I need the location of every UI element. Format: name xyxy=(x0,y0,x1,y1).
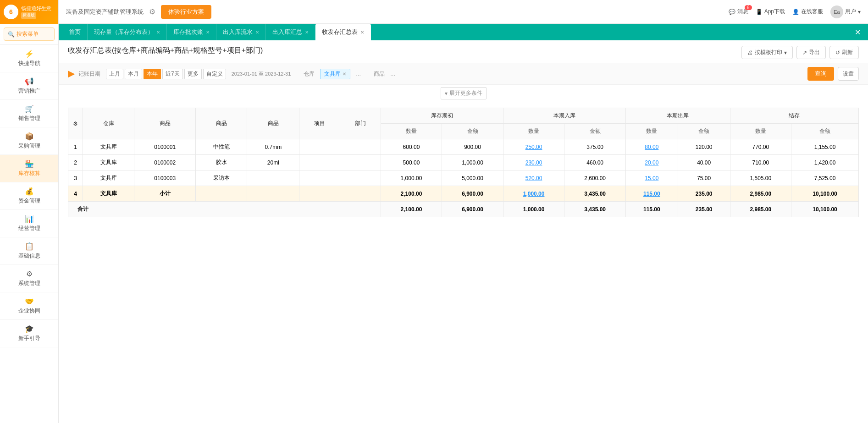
row1-in-qty[interactable]: 250.00 xyxy=(503,139,564,155)
sidebar-item-marketing[interactable]: 📢 营销推广 xyxy=(0,72,58,100)
sidebar: 6 畅捷通好生意 标准版 🔍 搜索菜单 ⚡ 快捷导航 📢 营销推广 🛒 销售管理… xyxy=(0,0,59,423)
warehouse-label: 仓库 xyxy=(304,70,315,78)
col-header-stock-begin: 库存期初 xyxy=(381,108,503,124)
subtotal-label: 小计 xyxy=(134,186,196,202)
settings-icon[interactable]: ⚙ xyxy=(149,7,155,16)
sidebar-item-guide[interactable]: 🎓 新手引导 xyxy=(0,320,58,347)
row2-out-qty[interactable]: 20.00 xyxy=(625,155,678,170)
purchase-icon: 📦 xyxy=(25,132,34,141)
row1-bal-amt: 1,155.00 xyxy=(791,139,859,155)
app-download-button[interactable]: 📱 App下载 xyxy=(756,8,785,16)
total-begin-amt: 6,900.00 xyxy=(442,202,503,217)
refresh-button[interactable]: ↺ 刷新 xyxy=(829,46,859,59)
sidebar-item-finance[interactable]: 💰 资金管理 xyxy=(0,182,58,210)
goods-label: 商品 xyxy=(374,70,385,78)
search-menu-button[interactable]: 🔍 搜索菜单 xyxy=(4,27,55,41)
row2-begin-amt: 1,000.00 xyxy=(442,155,503,170)
sidebar-search-area: 🔍 搜索菜单 xyxy=(0,24,58,45)
goods-filter-dots[interactable]: ... xyxy=(390,71,395,77)
row1-out-qty[interactable]: 80.00 xyxy=(625,139,678,155)
window-close-button[interactable]: ✕ xyxy=(851,28,864,37)
sidebar-item-quick-nav[interactable]: ⚡ 快捷导航 xyxy=(0,45,58,72)
col-header-name: 商品 xyxy=(195,108,247,139)
row2-dept xyxy=(340,155,381,170)
filter-arrow-icon[interactable]: ▶ xyxy=(68,68,75,79)
export-button[interactable]: ↗ 导出 xyxy=(796,46,826,59)
row2-spec: 20ml xyxy=(247,155,299,170)
tab-close-flow[interactable]: ✕ xyxy=(255,30,259,35)
try-industry-button[interactable]: 体验行业方案 xyxy=(161,5,211,19)
sidebar-item-inventory[interactable]: 🏪 库存核算 xyxy=(0,155,58,182)
tab-batch[interactable]: 库存批次账 ✕ xyxy=(167,24,216,40)
basic-icon: 📋 xyxy=(25,242,34,251)
row3-out-amt: 75.00 xyxy=(678,170,730,186)
col-bal-qty: 数量 xyxy=(730,124,791,139)
row1-warehouse: 文具库 xyxy=(83,139,134,155)
row2-begin-qty: 500.00 xyxy=(381,155,442,170)
date-btn-this-year[interactable]: 本年 xyxy=(144,69,161,79)
tab-close-batch[interactable]: ✕ xyxy=(206,30,210,35)
query-actions: 查询 设置 xyxy=(807,67,859,81)
expand-btn[interactable]: ▾ 展开更多条件 xyxy=(441,87,487,99)
tab-stock-dist[interactable]: 现存量（库存分布表） ✕ xyxy=(88,24,167,40)
col-header-spec: 商品 xyxy=(247,108,299,139)
print-icon: 🖨 xyxy=(747,49,753,56)
date-btn-more[interactable]: 更多 xyxy=(184,69,202,79)
col-out-amt: 金额 xyxy=(678,124,730,139)
col-bal-amt: 金额 xyxy=(791,124,859,139)
search-icon: 🔍 xyxy=(8,31,15,38)
col-in-qty: 数量 xyxy=(503,124,564,139)
sidebar-item-purchase[interactable]: 📦 采购管理 xyxy=(0,127,58,155)
sidebar-item-operations[interactable]: 📊 经营管理 xyxy=(0,210,58,237)
row1-name: 中性笔 xyxy=(195,139,247,155)
tab-home[interactable]: 首页 xyxy=(62,24,88,40)
row2-in-qty[interactable]: 230.00 xyxy=(503,155,564,170)
date-btn-custom[interactable]: 自定义 xyxy=(203,69,226,79)
row2-bal-qty: 710.00 xyxy=(730,155,791,170)
topbar-right: 💬 消息 6 📱 App下载 👤 在线客服 Ea 用户 ▾ xyxy=(729,5,861,18)
col-header-in-period: 本期入库 xyxy=(503,108,625,124)
query-button[interactable]: 查询 xyxy=(807,67,834,81)
user-button[interactable]: Ea 用户 ▾ xyxy=(830,5,861,18)
row3-out-qty[interactable]: 15.00 xyxy=(625,170,678,186)
sidebar-item-basic[interactable]: 📋 基础信息 xyxy=(0,237,58,265)
table-col-settings[interactable]: ⚙ xyxy=(68,108,83,139)
chevron-down-icon: ▾ xyxy=(858,9,861,15)
tab-flow[interactable]: 出入库流水 ✕ xyxy=(216,24,266,40)
tab-summary-out[interactable]: 出入库汇总 ✕ xyxy=(266,24,315,40)
warehouse-filter-dots[interactable]: ... xyxy=(356,71,361,77)
subtotal-in-qty[interactable]: 1,000.00 xyxy=(503,186,564,202)
online-support-button[interactable]: 👤 在线客服 xyxy=(792,8,823,16)
sidebar-item-system[interactable]: ⚙ 系统管理 xyxy=(0,265,58,292)
total-in-amt: 3,435.00 xyxy=(564,202,626,217)
warehouse-tag-close-icon[interactable]: ✕ xyxy=(343,71,346,77)
date-btn-this-month[interactable]: 本月 xyxy=(125,69,142,79)
row3-in-qty[interactable]: 520.00 xyxy=(503,170,564,186)
print-button[interactable]: 🖨 按模板打印 ▾ xyxy=(741,46,793,59)
expand-more-row: ▾ 展开更多条件 xyxy=(68,85,859,102)
subtotal-out-qty[interactable]: 115.00 xyxy=(625,186,678,202)
sidebar-item-sales[interactable]: 🛒 销售管理 xyxy=(0,100,58,127)
page-settings-button[interactable]: 设置 xyxy=(838,67,859,81)
finance-icon: 💰 xyxy=(25,187,34,196)
tab-close-recv-summary[interactable]: ✕ xyxy=(360,30,364,35)
date-label: 记账日期 xyxy=(78,70,100,78)
tab-close-summary-out[interactable]: ✕ xyxy=(305,30,309,35)
row2-bal-amt: 1,420.00 xyxy=(791,155,859,170)
row1-dept xyxy=(340,139,381,155)
sidebar-item-cooperation[interactable]: 🤝 企业协同 xyxy=(0,292,58,320)
row2-no: 2 xyxy=(68,155,83,170)
tab-recv-summary[interactable]: 收发存汇总表 ✕ xyxy=(315,24,371,40)
messages-button[interactable]: 💬 消息 6 xyxy=(729,8,748,16)
row2-warehouse: 文具库 xyxy=(83,155,134,170)
tab-close-stock-dist[interactable]: ✕ xyxy=(156,30,160,35)
total-out-qty: 115.00 xyxy=(625,202,678,217)
row1-in-amt: 375.00 xyxy=(564,139,626,155)
date-btn-last-month[interactable]: 上月 xyxy=(106,69,123,79)
date-btn-7days[interactable]: 近7天 xyxy=(162,69,183,79)
system-icon: ⚙ xyxy=(26,269,33,278)
topbar: 装备及固定资产辅助管理系统 ⚙ 体验行业方案 💬 消息 6 📱 App下载 👤 … xyxy=(59,0,868,24)
total-begin-qty: 2,100.00 xyxy=(381,202,442,217)
row3-name: 采访本 xyxy=(195,170,247,186)
row1-spec: 0.7mm xyxy=(247,139,299,155)
